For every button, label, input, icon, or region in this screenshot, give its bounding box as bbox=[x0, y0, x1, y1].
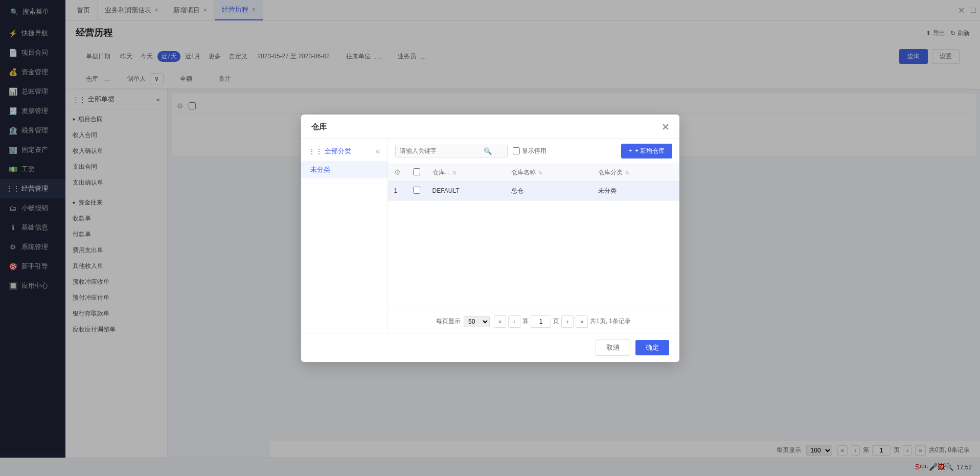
th-checkbox bbox=[407, 164, 426, 182]
modal-left-all[interactable]: ⋮⋮ 全部分类 « bbox=[301, 144, 388, 161]
all-categories-label: 全部分类 bbox=[325, 147, 351, 156]
modal-left-collapse-icon[interactable]: « bbox=[376, 147, 380, 156]
th-name-label: 仓库名称 bbox=[511, 169, 536, 176]
select-all-checkbox[interactable] bbox=[413, 168, 420, 175]
modal-page-prev-btn[interactable]: ‹ bbox=[508, 315, 520, 328]
table-row[interactable]: 1 DEFAULT 总仓 未分类 bbox=[388, 181, 679, 200]
modal-page-end-label: 页 bbox=[553, 317, 559, 326]
modal-toolbar: 🔍 显示停用 + + 新增仓库 bbox=[388, 139, 679, 164]
modal-left-uncategorized[interactable]: 未分类 bbox=[301, 161, 388, 178]
row-code: DEFAULT bbox=[426, 181, 505, 200]
modal-right-panel: 🔍 显示停用 + + 新增仓库 ⚙ bbox=[388, 139, 679, 333]
search-icon: 🔍 bbox=[484, 147, 492, 155]
search-input[interactable] bbox=[400, 147, 482, 154]
modal-page-size: 每页显示 50 100 200 bbox=[436, 316, 490, 327]
th-category: 仓库分类 ⇅ bbox=[592, 164, 679, 182]
modal-page-size-select[interactable]: 50 100 200 bbox=[464, 316, 490, 327]
uncategorized-label: 未分类 bbox=[310, 166, 330, 173]
table-gear-icon[interactable]: ⚙ bbox=[394, 168, 401, 176]
modal-footer-inner: 每页显示 50 100 200 « ‹ 算 页 › » 共1页, 1条记录 bbox=[388, 310, 679, 333]
modal-pagination: « ‹ 算 页 › » 共1页, 1条记录 bbox=[494, 315, 631, 328]
modal-page-num-label: 算 bbox=[522, 317, 529, 326]
th-code: 仓库... ⇅ bbox=[426, 164, 505, 182]
modal-page-num-input[interactable] bbox=[531, 315, 551, 328]
cancel-btn[interactable]: 取消 bbox=[596, 339, 630, 356]
warehouse-modal: 仓库 ✕ ⋮⋮ 全部分类 « 未分类 🔍 bbox=[301, 115, 679, 362]
row-name: 总仓 bbox=[505, 181, 592, 200]
modal-left-panel: ⋮⋮ 全部分类 « 未分类 bbox=[301, 139, 388, 333]
page-size-label: 每页显示 bbox=[436, 317, 461, 326]
show-disabled-text: 显示停用 bbox=[522, 147, 546, 155]
modal-close-btn[interactable]: ✕ bbox=[662, 122, 669, 133]
sort-icon[interactable]: ⇅ bbox=[625, 170, 629, 175]
modal-footer: 取消 确定 bbox=[301, 333, 679, 362]
row-checkbox[interactable] bbox=[407, 181, 426, 200]
search-box: 🔍 bbox=[395, 145, 508, 157]
sort-icon[interactable]: ⇅ bbox=[538, 170, 542, 175]
row-index: 1 bbox=[388, 181, 407, 200]
th-name: 仓库名称 ⇅ bbox=[505, 164, 592, 182]
modal-header: 仓库 ✕ bbox=[301, 115, 679, 139]
plus-icon: + bbox=[628, 147, 632, 154]
all-categories-icon: ⋮⋮ bbox=[308, 147, 323, 155]
show-disabled-label[interactable]: 显示停用 bbox=[513, 147, 546, 155]
modal-table-wrap: ⚙ 仓库... ⇅ 仓库名称 ⇅ bbox=[388, 164, 679, 310]
modal-page-next-btn[interactable]: › bbox=[561, 315, 574, 328]
modal-body: ⋮⋮ 全部分类 « 未分类 🔍 显示停用 + bbox=[301, 139, 679, 333]
th-gear: ⚙ bbox=[388, 164, 407, 182]
modal-page-last-btn[interactable]: » bbox=[576, 315, 588, 328]
confirm-btn[interactable]: 确定 bbox=[635, 340, 669, 355]
row-category: 未分类 bbox=[592, 181, 679, 200]
modal-title: 仓库 bbox=[311, 122, 327, 132]
add-warehouse-btn[interactable]: + + 新增仓库 bbox=[621, 144, 672, 158]
add-warehouse-label: + 新增仓库 bbox=[635, 147, 665, 155]
th-code-label: 仓库... bbox=[432, 169, 450, 176]
sort-icon[interactable]: ⇅ bbox=[452, 170, 457, 175]
row-select-checkbox[interactable] bbox=[413, 187, 420, 194]
th-category-label: 仓库分类 bbox=[598, 169, 623, 176]
modal-page-first-btn[interactable]: « bbox=[494, 315, 506, 328]
modal-page-total: 共1页, 1条记录 bbox=[590, 317, 631, 326]
modal-table: ⚙ 仓库... ⇅ 仓库名称 ⇅ bbox=[388, 164, 679, 201]
show-disabled-checkbox[interactable] bbox=[513, 147, 520, 154]
